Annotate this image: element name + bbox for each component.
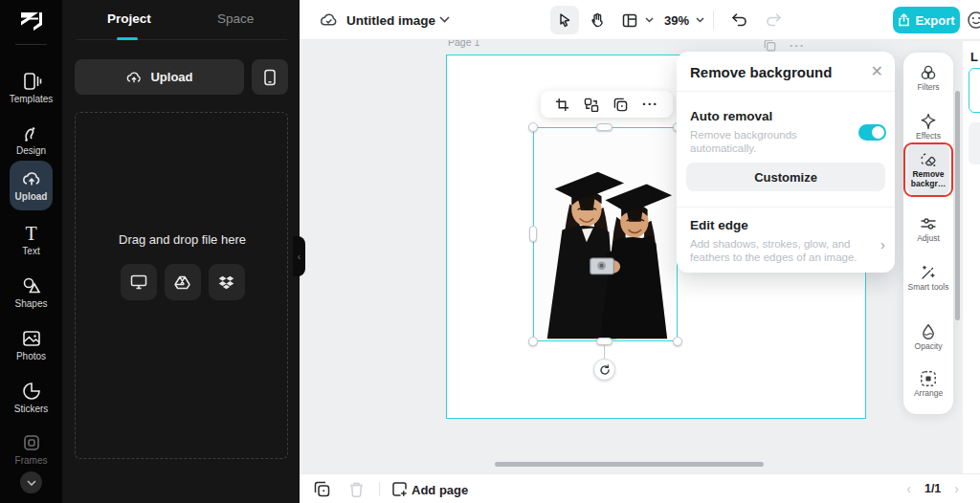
delete-page-button[interactable] (348, 481, 365, 497)
sidebar-item-design[interactable]: Design (0, 122, 62, 156)
tool-remove-background[interactable]: Remove backgr… (903, 151, 953, 188)
prev-page-icon[interactable]: ‹ (906, 482, 911, 495)
customize-button[interactable]: Customize (686, 163, 885, 191)
layer-thumbnail[interactable] (969, 122, 980, 164)
tool-adjust[interactable]: Adjust (903, 215, 953, 244)
layout-chevron[interactable] (645, 17, 654, 23)
cloud-sync-icon (319, 11, 339, 31)
redo-button[interactable] (765, 11, 783, 29)
page-header-controls: ··· (764, 38, 805, 53)
tool-arrange[interactable]: Arrange (903, 370, 953, 399)
undo-button[interactable] (730, 11, 748, 29)
export-button-label: Export (915, 13, 954, 28)
duplicate-icon[interactable] (613, 98, 628, 112)
add-page-button[interactable] (391, 481, 408, 497)
crop-icon[interactable] (555, 98, 569, 112)
feedback-smiley-icon[interactable] (967, 11, 980, 30)
add-page-label[interactable]: Add page (412, 483, 468, 497)
resize-handle-bottom-right[interactable] (673, 337, 682, 346)
layout-tool-button[interactable] (615, 6, 644, 34)
select-tool-button[interactable] (550, 6, 579, 34)
upload-from-google-drive-button[interactable] (165, 264, 201, 300)
rotate-icon (599, 364, 611, 376)
upload-from-dropbox-button[interactable] (209, 264, 245, 300)
document-title[interactable]: Untitled image (346, 13, 435, 28)
sidebar-item-text[interactable]: T Text (0, 223, 62, 256)
more-options-icon[interactable]: ··· (642, 97, 658, 112)
dropzone[interactable]: Drag and drop file here (75, 112, 288, 459)
sidebar-item-shapes[interactable]: Shapes (0, 275, 62, 309)
upload-cloud-icon (21, 168, 42, 189)
text-icon: T (21, 223, 42, 244)
duplicate-page-button[interactable] (314, 481, 330, 497)
rail-expand-button[interactable] (20, 471, 42, 493)
photos-icon (21, 328, 42, 349)
opacity-icon (920, 323, 937, 340)
resize-handle-top-left[interactable] (528, 122, 538, 132)
duplicate-page-icon[interactable] (764, 39, 776, 52)
tool-filters[interactable]: Filters (903, 64, 953, 93)
edit-edge-chevron-icon[interactable]: › (880, 236, 885, 252)
layer-thumbnail-selected[interactable] (969, 68, 980, 113)
sidebar-item-frames[interactable]: Frames (0, 432, 62, 466)
tool-smart-tools[interactable]: Smart tools (903, 264, 953, 293)
capcut-logo[interactable] (19, 9, 44, 33)
export-button[interactable]: Export (893, 7, 960, 33)
divider (677, 91, 895, 92)
horizontal-scrollbar[interactable] (495, 462, 764, 467)
page-more-icon[interactable]: ··· (790, 38, 805, 53)
redo-icon (765, 11, 783, 29)
sidebar-item-templates[interactable]: Templates (0, 71, 62, 104)
resize-handle-top[interactable] (596, 123, 612, 131)
panel-collapse-handle[interactable]: ‹ (293, 236, 305, 276)
selected-image[interactable] (533, 127, 678, 341)
rotate-handle-stem (604, 343, 605, 359)
upload-from-phone-button[interactable] (252, 59, 288, 95)
tool-effects[interactable]: Effects (903, 113, 953, 142)
trash-icon (348, 481, 365, 497)
resize-handle-bottom-left[interactable] (528, 337, 538, 346)
vertical-scrollbar[interactable] (955, 91, 960, 320)
doc-title-chevron[interactable] (439, 16, 450, 23)
tab-space[interactable]: Space (217, 11, 254, 26)
auto-removal-toggle[interactable] (858, 124, 886, 141)
upload-button[interactable]: Upload (75, 59, 244, 95)
right-tool-rail: Filters Effects Remove backgr… Adjust Sm… (903, 53, 953, 414)
hand-tool-button[interactable] (583, 6, 612, 34)
adjust-icon (920, 215, 937, 232)
divider (77, 39, 287, 40)
auto-removal-title: Auto removal (690, 109, 772, 123)
stickers-icon (21, 381, 42, 402)
rotate-handle[interactable] (593, 359, 615, 381)
popup-title: Remove background (690, 64, 832, 80)
sidebar-item-upload[interactable]: Upload (0, 168, 62, 202)
chevron-down-icon (27, 480, 36, 486)
bottom-bar: Add page ‹ 1/1 › (300, 473, 980, 503)
layers-panel: L (963, 41, 980, 473)
shapes-icon (21, 275, 42, 296)
remove-background-icon (920, 151, 937, 168)
divider (677, 207, 895, 208)
cursor-icon (557, 12, 572, 28)
resize-handle-bottom[interactable] (596, 338, 612, 345)
zoom-level[interactable]: 39% (664, 13, 689, 28)
left-rail: Templates Design Upload T Text Shapes Ph… (0, 0, 62, 503)
hand-icon (590, 12, 605, 28)
resize-handle-left[interactable] (529, 226, 537, 242)
upload-button-label: Upload (150, 70, 192, 84)
active-tab-underline (117, 37, 138, 40)
tool-opacity[interactable]: Opacity (903, 323, 953, 352)
page-navigation: ‹ 1/1 › (906, 482, 959, 495)
sidebar-item-photos[interactable]: Photos (0, 328, 62, 361)
zoom-chevron[interactable] (696, 17, 704, 23)
replace-icon[interactable] (584, 98, 599, 112)
upload-from-computer-button[interactable] (121, 264, 157, 300)
sidebar-item-stickers[interactable]: Stickers (0, 381, 62, 414)
templates-icon (21, 71, 42, 92)
project-panel: Project Space Upload Drag and drop file … (62, 0, 300, 503)
tab-project[interactable]: Project (107, 11, 151, 26)
close-icon[interactable]: ✕ (871, 62, 883, 80)
next-page-icon[interactable]: › (954, 482, 959, 495)
layers-panel-title: L (970, 50, 978, 64)
auto-removal-description: Remove backgrounds automatically. (690, 128, 834, 155)
